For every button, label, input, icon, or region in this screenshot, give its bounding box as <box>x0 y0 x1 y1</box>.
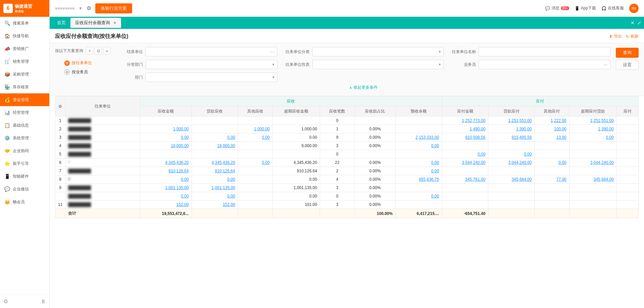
tab-bar: 首页 应收应付余额查询 ✕ ✕ ⤢ <box>50 17 644 29</box>
download-icon: 📱 <box>575 6 580 11</box>
sidebar-icon-13: 💬 <box>4 186 10 192</box>
filter-salesman: 业务员 ··· <box>449 60 610 69</box>
tab-ar-label: 应收应付余额查询 <box>75 20 110 26</box>
th-ap-amount: 应付金额 <box>442 106 488 117</box>
total-ar-amount: 19,553,472,6... <box>140 209 192 218</box>
scheme-by-partner[interactable]: 按 按往来单位 <box>62 59 111 67</box>
add-scheme-btn[interactable]: ＋ <box>86 47 93 54</box>
dept-arrow-icon: ▾ <box>272 62 274 67</box>
refresh-btn[interactable]: ↻ 刷新 <box>626 34 639 39</box>
total-other-ar <box>238 209 272 218</box>
search-label: 按以下方案查询 <box>55 48 83 54</box>
query-button[interactable]: 查询 <box>616 48 639 58</box>
app-edition: 标准版 <box>15 9 32 14</box>
sidebar-item-5[interactable]: 🏪库存核算 <box>0 81 49 93</box>
sidebar-item-11[interactable]: 🌟新手引导 <box>0 157 49 170</box>
partner-nature-arrow-icon: ▾ <box>439 62 441 67</box>
sidebar-item-8[interactable]: 📋基础信息 <box>0 119 49 132</box>
page-inner: 应收应付余额查询(按往来单位) ⬆ 导出 ↻ 刷新 <box>50 29 644 308</box>
dropdown-arrow-icon[interactable]: ▼ <box>78 6 83 11</box>
page-title: 应收应付余额查询(按往来单位) <box>55 33 128 40</box>
settings-icon[interactable]: ⚙ <box>3 298 8 305</box>
sidebar-item-13[interactable]: 💬企业微信 <box>0 183 49 195</box>
sidebar-item-14[interactable]: 👑畅会员 <box>0 195 49 208</box>
filter-settlement-input[interactable]: ··· <box>146 47 277 56</box>
sidebar-item-4[interactable]: 📦采购管理 <box>0 68 49 81</box>
top-header-left: ■■■■■■■■ ▼ ⚙ 体验行业方案 <box>55 3 132 13</box>
tab-home[interactable]: 首页 <box>52 18 70 28</box>
refresh-label: 刷新 <box>631 34 639 39</box>
filter-department-input[interactable]: ▾ <box>146 73 277 82</box>
th-prepay: 预收余额 <box>395 106 442 117</box>
filter-salesman-label: 业务员 <box>449 62 476 68</box>
online-service-label: 在线客服 <box>608 5 624 11</box>
scheme-partner-label: 按往来单位 <box>72 60 92 66</box>
app-logo: 6 <box>3 4 13 13</box>
sidebar-item-1[interactable]: 🏠快捷导航 <box>0 30 49 42</box>
sidebar-item-3[interactable]: 🛒销售管理 <box>0 55 49 68</box>
sidebar-item-12[interactable]: 📱智能硬件 <box>0 170 49 183</box>
edit-scheme-btn[interactable]: ⊙ <box>95 47 102 54</box>
table-row: 5████████00.000.00 <box>55 150 639 159</box>
table-row: 8F0.000.000.0040.00%655,636.75345,761.00… <box>55 175 639 184</box>
filter-dept-input[interactable]: ▾ <box>146 60 277 69</box>
sidebar-label-7: 经营管理 <box>13 110 29 116</box>
filter-settlement-unit: 结算单位 ··· <box>116 47 277 56</box>
headset-icon: 🎧 <box>601 6 606 11</box>
sidebar-item-7[interactable]: 📊经营管理 <box>0 106 49 119</box>
total-ap-amount: -654,751.40 <box>442 209 488 218</box>
breadcrumb: ■■■■■■■■ <box>55 6 74 11</box>
table-total-row: 合计 19,553,472,6... 100.00% 6,417,215....… <box>55 209 639 218</box>
sidebar-label-3: 销售管理 <box>13 59 29 64</box>
filter-department: 部门 ▾ <box>116 73 277 82</box>
filter-partner-name-input[interactable] <box>479 47 610 56</box>
filter-partner-category: 往来单位分类 ▾ <box>283 47 444 56</box>
export-label: 导出 <box>614 34 622 39</box>
app-download-btn[interactable]: 📱 App下载 <box>575 5 596 11</box>
sidebar-label-12: 智能硬件 <box>13 174 29 179</box>
tab-bar-actions: ✕ ⤢ <box>631 20 641 26</box>
settings-gear-icon[interactable]: ⚙ <box>87 5 91 11</box>
tab-close-window-icon[interactable]: ✕ <box>631 20 635 26</box>
th-overdue-ap: 超期应付贷款 <box>569 106 616 117</box>
collapse-scheme-btn[interactable]: « <box>103 47 111 54</box>
total-other-ap <box>535 209 569 218</box>
partner-category-arrow-icon: ▾ <box>439 49 441 54</box>
filter-partner-name: 往来单位名称 <box>449 47 610 56</box>
th-ap-group: 应付 <box>442 96 638 106</box>
page-header-actions: ⬆ 导出 ↻ 刷新 <box>609 34 639 39</box>
tab-ar-query[interactable]: 应收应付余额查询 ✕ <box>70 18 121 28</box>
filter-partner-nature-input[interactable]: ▾ <box>312 60 444 69</box>
sidebar-item-9[interactable]: ⚙️系统管理 <box>0 132 49 144</box>
filter-partner-category-input[interactable]: ▾ <box>312 47 444 56</box>
filter-department-label: 部门 <box>116 75 143 80</box>
scheme-by-salesman[interactable]: ⊙ 按业务员 <box>62 68 111 76</box>
th-other-ar: 其他应收 <box>238 106 272 117</box>
solution-btn[interactable]: 体验行业方案 <box>95 3 132 13</box>
export-btn[interactable]: ⬆ 导出 <box>609 34 622 39</box>
filter-salesman-input[interactable]: ··· <box>479 60 610 69</box>
user-avatar[interactable]: Rit <box>629 4 639 13</box>
sidebar-item-6[interactable]: 💰资金管理 <box>0 93 49 106</box>
sidebar-label-10: 企业协同 <box>13 148 29 154</box>
collapse-sidebar-icon[interactable]: ⏸ <box>41 299 46 305</box>
collapse-label: 收起更多条件 <box>354 85 378 90</box>
query-btn-group: 查询 设置 <box>616 48 639 92</box>
sidebar-icon-8: 📋 <box>4 122 10 128</box>
tab-expand-icon[interactable]: ⤢ <box>637 20 641 26</box>
sidebar-item-2[interactable]: 📣营销推广 <box>0 42 49 55</box>
scheme-panel: 按以下方案查询 ＋ ⊙ « 按 按往来单位 <box>55 47 111 92</box>
tab-close-icon[interactable]: ✕ <box>113 21 116 25</box>
set-button[interactable]: 设置 <box>616 60 639 70</box>
collapse-btn[interactable]: ∧ 收起更多条件 <box>349 85 378 90</box>
table-row: 9████████1,001,135.001,001,135.001,001,1… <box>55 184 639 192</box>
online-service-btn[interactable]: 🎧 在线客服 <box>601 5 624 11</box>
sidebar-item-10[interactable]: 🤝企业协同 <box>0 144 49 157</box>
header-actions: 💬 消息 99+ 📱 App下载 🎧 在线客服 Rit <box>545 4 639 13</box>
message-btn[interactable]: 💬 消息 99+ <box>545 5 569 11</box>
sidebar-icon-5: 🏪 <box>4 84 10 90</box>
table-row: 11████████152.00152.00101.0030.00% <box>55 201 639 209</box>
table-settings-icon[interactable]: ⚙ <box>58 104 62 109</box>
table-row: ████████0.000.000.0000.00%0.00 <box>55 192 639 201</box>
sidebar-item-0[interactable]: 🔍搜索菜单 <box>0 17 49 30</box>
